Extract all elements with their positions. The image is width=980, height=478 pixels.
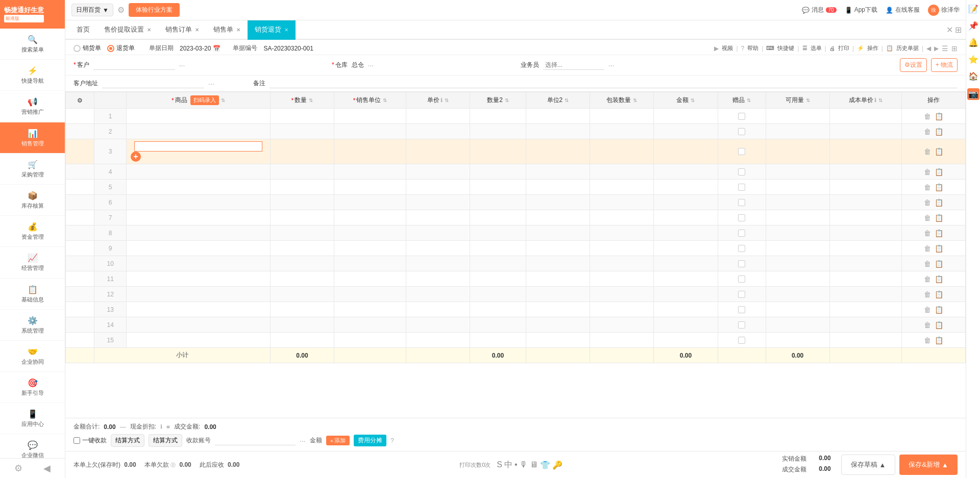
row-unit-3[interactable] (334, 139, 406, 164)
row-qty-8[interactable] (270, 225, 334, 241)
row-cost-15[interactable] (829, 333, 901, 348)
amount-sort-icon[interactable]: ⇅ (691, 97, 695, 103)
row-gift-11[interactable] (718, 271, 766, 287)
row-gift-1[interactable] (718, 109, 766, 124)
row-unit-6[interactable] (334, 195, 406, 210)
history-label[interactable]: 历史单据 (896, 44, 919, 52)
sidebar-item-enterprise[interactable]: 🤝 企业协同 (0, 341, 65, 372)
row-gift-13[interactable] (718, 302, 766, 317)
logistics-action-btn[interactable]: + 物流 (931, 58, 958, 72)
row-gift-7[interactable] (718, 210, 766, 225)
copy-row-12[interactable]: 📋 (935, 290, 943, 298)
video-btn[interactable]: 视频 (722, 44, 733, 52)
expense-split-btn[interactable]: 费用分摊 (354, 435, 386, 446)
row-price-7[interactable] (406, 210, 470, 225)
add-item-btn[interactable]: + 添加 (326, 436, 350, 445)
row-amount-14[interactable] (654, 317, 718, 333)
shortcuts-btn[interactable]: ⌨ (766, 45, 774, 52)
row-unit-13[interactable] (334, 302, 406, 317)
row-product-7[interactable] (126, 210, 270, 225)
row-avail-7[interactable] (766, 210, 829, 225)
row-unit2-6[interactable] (526, 195, 590, 210)
row-cost-12[interactable] (829, 287, 901, 302)
select-label[interactable]: 选单 (811, 44, 822, 52)
row-pack-9[interactable] (590, 241, 654, 256)
print-btn[interactable]: 🖨 (829, 45, 835, 52)
rp-icon-3[interactable]: 🔔 (968, 38, 978, 47)
row-unit-15[interactable] (334, 333, 406, 348)
copy-row-10[interactable]: 📋 (935, 260, 943, 268)
row-avail-8[interactable] (766, 225, 829, 241)
delete-row-4[interactable]: 🗑 (924, 168, 931, 176)
sidebar-item-appstore[interactable]: 📱 应用中心 (0, 403, 65, 434)
row-avail-14[interactable] (766, 317, 829, 333)
row-price-4[interactable] (406, 164, 470, 180)
delete-row-5[interactable]: 🗑 (924, 183, 931, 191)
gift-checkbox-9[interactable] (738, 245, 745, 252)
row-gift-12[interactable] (718, 287, 766, 302)
history-btn[interactable]: 📋 (886, 45, 893, 52)
row-qty2-10[interactable] (470, 256, 526, 271)
row-qty-1[interactable] (270, 109, 334, 124)
row-unit2-15[interactable] (526, 333, 590, 348)
settle-method-btn[interactable]: 结算方式 (111, 434, 144, 447)
shortcuts-label[interactable]: 快捷键 (777, 44, 794, 52)
row-cost-13[interactable] (829, 302, 901, 317)
row-product-5[interactable] (126, 180, 270, 195)
row-qty-7[interactable] (270, 210, 334, 225)
delete-row-2[interactable]: 🗑 (924, 128, 931, 136)
gift-checkbox-2[interactable] (738, 128, 745, 135)
row-amount-3[interactable] (654, 139, 718, 164)
tab-close-sales-order[interactable]: ✕ (195, 27, 199, 33)
row-unit2-13[interactable] (526, 302, 590, 317)
row-cost-14[interactable] (829, 317, 901, 333)
row-cost-5[interactable] (829, 180, 901, 195)
copy-row-14[interactable]: 📋 (935, 321, 943, 329)
view-toggle-2[interactable]: ⊞ (951, 44, 958, 53)
row-pack-2[interactable] (590, 124, 654, 139)
row-product-13[interactable] (126, 302, 270, 317)
unit2-sort-icon[interactable]: ⇅ (565, 97, 569, 103)
row-price-3[interactable] (406, 139, 470, 164)
row-price-2[interactable] (406, 124, 470, 139)
row-price-8[interactable] (406, 225, 470, 241)
gift-checkbox-15[interactable] (738, 337, 745, 344)
delete-row-3[interactable]: 🗑 (924, 147, 931, 156)
row-amount-4[interactable] (654, 164, 718, 180)
row-qty-2[interactable] (270, 124, 334, 139)
row-gift-6[interactable] (718, 195, 766, 210)
row-product-12[interactable] (126, 287, 270, 302)
row-cost-8[interactable] (829, 225, 901, 241)
gift-checkbox-7[interactable] (738, 214, 745, 221)
experience-btn[interactable]: 体验行业方案 (129, 3, 180, 17)
tab-close-price-settings[interactable]: ✕ (147, 27, 151, 33)
gift-checkbox-14[interactable] (738, 321, 745, 329)
row-pack-5[interactable] (590, 180, 654, 195)
row-gift-15[interactable] (718, 333, 766, 348)
row-qty-11[interactable] (270, 271, 334, 287)
staff-input[interactable] (543, 60, 604, 70)
row-product-14[interactable] (126, 317, 270, 333)
row-unit2-10[interactable] (526, 256, 590, 271)
discount-info-icon[interactable]: ℹ (160, 423, 162, 430)
row-unit-10[interactable] (334, 256, 406, 271)
row-pack-11[interactable] (590, 271, 654, 287)
row-gift-14[interactable] (718, 317, 766, 333)
row-qty2-8[interactable] (470, 225, 526, 241)
row-pack-4[interactable] (590, 164, 654, 180)
footer-icon-4[interactable]: 🎙 (520, 460, 528, 469)
rp-icon-5[interactable]: 🏠 (968, 71, 978, 81)
row-amount-9[interactable] (654, 241, 718, 256)
tab-close-sales-return[interactable]: ✕ (284, 27, 288, 33)
row-price-1[interactable] (406, 109, 470, 124)
rp-icon-1[interactable]: 📝 (968, 4, 978, 14)
save-new-btn[interactable]: 保存&新增 ▲ (899, 455, 958, 475)
row-avail-11[interactable] (766, 271, 829, 287)
row-unit-4[interactable] (334, 164, 406, 180)
row-qty2-2[interactable] (470, 124, 526, 139)
sidebar-item-search[interactable]: 🔍 搜索菜单 (0, 29, 65, 60)
row-qty2-15[interactable] (470, 333, 526, 348)
row-gift-2[interactable] (718, 124, 766, 139)
row-unit-5[interactable] (334, 180, 406, 195)
row-product-3[interactable]: + (126, 139, 270, 164)
